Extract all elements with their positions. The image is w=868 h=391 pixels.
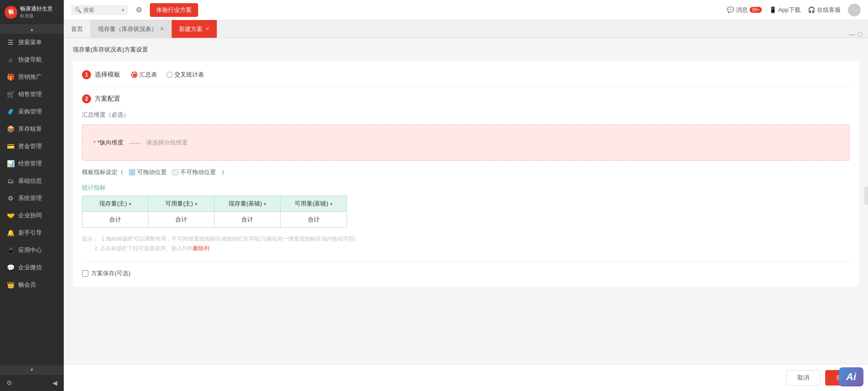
tips-item-0: 提示： 1.拖动标题栏可以调整布局，不可跨维度或指标区域拖动栏目字段(只能在同一… xyxy=(82,235,850,243)
online-service-button[interactable]: 🎧 在线客服 xyxy=(808,6,841,14)
sidebar-item-finance[interactable]: 💳 资金管理 xyxy=(0,138,64,155)
sidebar-item-marketing[interactable]: 🎁 营销推广 xyxy=(0,68,64,86)
app-download-button[interactable]: 📱 App下载 xyxy=(769,6,801,14)
sidebar-logo: 畅 畅康通好生意 标准版 xyxy=(0,0,64,25)
indicator-settings-label: 模板指标设定（ xyxy=(82,168,123,176)
messages-badge: 99+ xyxy=(750,7,762,13)
tab-inventory-status[interactable]: 现存量（库存状况表） ✕ xyxy=(91,20,172,38)
footer-buttons: 取消 查询 xyxy=(64,364,868,391)
minimize-icon[interactable]: — xyxy=(849,31,855,38)
tab-inventory-status-close[interactable]: ✕ xyxy=(160,26,164,32)
tips-text-1: 2. 点击标题栏下拉可设置排序、插入列和删除列 xyxy=(94,245,209,252)
sidebar-item-label: 企业微信 xyxy=(18,263,42,272)
sidebar-item-label: 资金管理 xyxy=(18,142,42,150)
step2-badge: 2 xyxy=(82,94,91,103)
quick-nav-icon: ⌂ xyxy=(6,56,15,64)
stats-col-3-label: 可用量(基辅) xyxy=(295,200,328,208)
cancel-button[interactable]: 取消 xyxy=(786,370,821,386)
tab-new-scheme-close[interactable]: ✕ xyxy=(205,26,209,32)
tips-item-1: 2. 点击标题栏下拉可设置排序、插入列和删除列 xyxy=(82,245,850,252)
dimension-area[interactable]: * *纵向维度 —— 请选择分组维度 xyxy=(82,124,850,161)
stats-col-1[interactable]: 可用量(主) ▾ xyxy=(148,196,214,211)
sidebar-footer: ⚙ ◀ xyxy=(0,374,64,391)
sidebar-item-operations[interactable]: 📊 经营管理 xyxy=(0,155,64,172)
stats-col-3-chevron: ▾ xyxy=(330,201,332,206)
collapse-sidebar-icon[interactable]: ◀ xyxy=(52,379,57,386)
not-draggable-pattern-box xyxy=(172,169,179,175)
tab-inventory-status-label: 现存量（库存状况表） xyxy=(98,25,157,33)
sidebar-item-label: 销售管理 xyxy=(18,90,42,98)
stats-cell-0-0: 合计 xyxy=(82,212,148,227)
online-service-label: 在线客服 xyxy=(817,6,841,14)
sidebar-item-purchase[interactable]: 🧳 采购管理 xyxy=(0,103,64,120)
tips-section: 提示： 1.拖动标题栏可以调整布局，不可跨维度或指标区域拖动栏目字段(只能在同一… xyxy=(82,235,850,252)
sidebar-item-system[interactable]: ⚙ 系统管理 xyxy=(0,190,64,207)
radio-cross-circle xyxy=(166,72,173,78)
stats-cell-0-1: 合计 xyxy=(148,212,214,227)
topbar-gear-icon[interactable]: ⚙ xyxy=(133,4,145,16)
radio-cross[interactable]: 交叉统计表 xyxy=(166,71,204,79)
sidebar-item-label: 应用中心 xyxy=(18,246,42,254)
maximize-icon[interactable]: □ xyxy=(858,31,862,38)
sidebar-item-label: 畅会员 xyxy=(18,281,36,289)
draggable-label: 可拖动位置 xyxy=(137,168,167,176)
dimension-section-label: 汇总维度（必选） xyxy=(82,111,850,119)
scheme-settings-card: 1 选择模板 汇总表 交叉统计表 2 方案配置 xyxy=(73,61,859,287)
stats-col-3[interactable]: 可用量(基辅) ▾ xyxy=(281,196,347,211)
template-radio-group: 汇总表 交叉统计表 xyxy=(131,71,204,79)
app-download-icon: 📱 xyxy=(769,6,776,13)
finance-icon: 💳 xyxy=(6,142,15,150)
ai-badge[interactable]: Ai xyxy=(839,367,863,386)
sidebar-item-sales[interactable]: 🛒 销售管理 xyxy=(0,86,64,103)
sales-icon: 🛒 xyxy=(6,90,15,98)
trial-industry-button[interactable]: 体验行业方案 xyxy=(150,3,198,17)
radio-cross-label: 交叉统计表 xyxy=(174,71,204,79)
search-input[interactable] xyxy=(83,7,120,13)
stats-col-0[interactable]: 现存量(主) ▾ xyxy=(82,196,148,211)
sidebar-scroll-up[interactable]: ▲ xyxy=(0,25,64,34)
sidebar-item-cooperation[interactable]: 🤝 企业协同 xyxy=(0,207,64,224)
app-name-block: 畅康通好生意 标准版 xyxy=(20,5,53,19)
sidebar-scroll-down[interactable]: ▼ xyxy=(0,365,64,374)
sidebar-item-wechat[interactable]: 💬 企业微信 xyxy=(0,259,64,276)
sidebar-item-label: 搜索菜单 xyxy=(18,38,42,46)
stats-col-2-label: 现存量(基辅) xyxy=(229,200,262,208)
system-icon: ⚙ xyxy=(6,194,15,202)
sidebar-item-member[interactable]: 👑 畅会员 xyxy=(0,276,64,293)
draggable-position-toggle: 可拖动位置 xyxy=(129,168,167,176)
save-scheme-checkbox[interactable] xyxy=(82,270,88,277)
indicator-settings-row: 模板指标设定（ 可拖动位置 不可拖动位置 ） xyxy=(82,168,850,176)
sidebar-item-search-menu[interactable]: ☰ 搜索菜单 xyxy=(0,34,64,51)
messages-button[interactable]: 💬 消息 99+ xyxy=(727,6,762,14)
topbar-right: 💬 消息 99+ 📱 App下载 🎧 在线客服 xyxy=(727,4,861,16)
user-avatar[interactable] xyxy=(848,4,861,16)
stats-col-2-chevron: ▾ xyxy=(264,201,266,206)
stats-table: 现存量(主) ▾ 可用量(主) ▾ 现存量(基辅) ▾ 可用量(基辅) xyxy=(82,196,347,228)
wechat-icon: 💬 xyxy=(6,263,15,272)
sidebar-item-quick-nav[interactable]: ⌂ 快捷导航 xyxy=(0,51,64,68)
sidebar-item-basic-info[interactable]: 🗂 基础信息 xyxy=(0,172,64,190)
search-dropdown-icon[interactable]: ▾ xyxy=(122,7,124,13)
radio-summary-label: 汇总表 xyxy=(139,71,157,79)
sidebar-item-guide[interactable]: 🔔 新手引导 xyxy=(0,224,64,242)
app-download-label: App下载 xyxy=(778,6,801,14)
search-menu-icon: ☰ xyxy=(6,38,15,46)
sidebar-item-label: 系统管理 xyxy=(18,194,42,202)
radio-summary[interactable]: 汇总表 xyxy=(131,71,157,79)
stats-col-1-label: 可用量(主) xyxy=(165,200,193,208)
sidebar-item-label: 采购管理 xyxy=(18,108,42,116)
headset-icon: 🎧 xyxy=(808,6,815,13)
stats-col-0-label: 现存量(主) xyxy=(99,200,127,208)
stats-col-2[interactable]: 现存量(基辅) ▾ xyxy=(214,196,281,211)
basic-info-icon: 🗂 xyxy=(6,177,15,185)
not-draggable-label: 不可拖动位置 xyxy=(180,168,216,176)
right-scroll-handle[interactable] xyxy=(864,186,868,205)
sidebar-item-inventory[interactable]: 📦 库存核算 xyxy=(0,120,64,138)
tab-home[interactable]: 首页 xyxy=(64,20,91,38)
stats-section: 统计指标 现存量(主) ▾ 可用量(主) ▾ 现存量(基辅) xyxy=(82,184,850,228)
tab-new-scheme[interactable]: 新建方案 ✕ xyxy=(172,20,217,38)
sidebar-item-app-center[interactable]: 📱 应用中心 xyxy=(0,242,64,259)
settings-icon[interactable]: ⚙ xyxy=(6,379,12,386)
sidebar: 畅 畅康通好生意 标准版 ▲ ☰ 搜索菜单 ⌂ 快捷导航 🎁 营销推广 🛒 销售… xyxy=(0,0,64,391)
search-box[interactable]: 🔍 ▾ xyxy=(71,5,128,15)
